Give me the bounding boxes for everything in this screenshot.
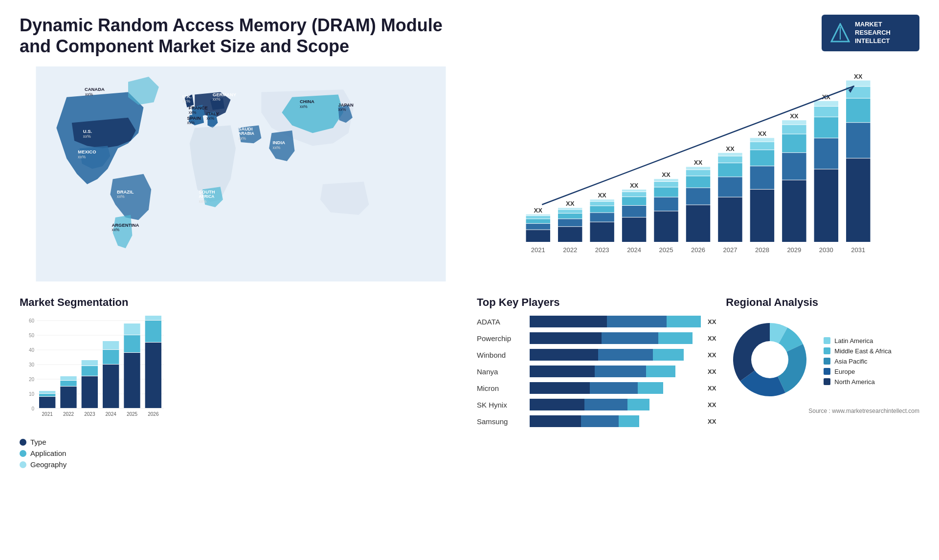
svg-text:XX: XX bbox=[662, 172, 671, 179]
svg-rect-133 bbox=[60, 387, 76, 408]
svg-rect-99 bbox=[814, 170, 838, 242]
svg-rect-74 bbox=[686, 170, 710, 176]
svg-text:xx%: xx% bbox=[206, 116, 214, 121]
svg-rect-43 bbox=[558, 227, 582, 242]
svg-rect-78 bbox=[718, 197, 742, 242]
player-bar bbox=[530, 415, 701, 427]
svg-rect-58 bbox=[622, 206, 646, 217]
svg-rect-88 bbox=[750, 142, 774, 150]
player-bar bbox=[530, 366, 701, 377]
svg-rect-73 bbox=[686, 176, 710, 188]
page-header: Dynamic Random Access Memory (DRAM) Modu… bbox=[20, 15, 919, 57]
players-title: Top Key Players bbox=[477, 296, 716, 309]
svg-rect-135 bbox=[60, 376, 76, 380]
svg-rect-93 bbox=[782, 153, 806, 180]
source-text: Source : www.marketresearchintellect.com bbox=[726, 408, 919, 414]
player-xx-label: XX bbox=[708, 318, 716, 325]
svg-rect-44 bbox=[558, 219, 582, 227]
svg-rect-134 bbox=[60, 381, 76, 386]
svg-rect-67 bbox=[654, 182, 678, 187]
svg-rect-95 bbox=[782, 125, 806, 134]
svg-rect-96 bbox=[782, 120, 806, 125]
player-xx-label: XX bbox=[708, 368, 716, 375]
svg-rect-151 bbox=[145, 316, 161, 320]
svg-rect-150 bbox=[145, 321, 161, 342]
regional-legend-item: North America bbox=[824, 378, 891, 386]
svg-rect-66 bbox=[654, 188, 678, 197]
svg-text:MEXICO: MEXICO bbox=[78, 149, 96, 154]
map-svg: CANADA xx% U.S. xx% MEXICO xx% BRAZIL xx… bbox=[20, 66, 462, 281]
world-map: CANADA xx% U.S. xx% MEXICO xx% BRAZIL xx… bbox=[20, 66, 462, 281]
svg-text:XX: XX bbox=[598, 192, 606, 199]
svg-text:0: 0 bbox=[31, 406, 34, 411]
svg-rect-71 bbox=[686, 205, 710, 242]
svg-rect-92 bbox=[782, 180, 806, 242]
svg-text:xx%: xx% bbox=[189, 110, 197, 115]
svg-rect-51 bbox=[590, 213, 614, 222]
svg-text:INDIA: INDIA bbox=[272, 140, 285, 146]
svg-rect-137 bbox=[82, 376, 98, 408]
svg-rect-68 bbox=[654, 179, 678, 182]
svg-text:XX: XX bbox=[726, 145, 735, 152]
svg-text:JAPAN: JAPAN bbox=[338, 102, 354, 108]
svg-text:XX: XX bbox=[630, 182, 639, 189]
svg-text:U.K.: U.K. bbox=[182, 94, 192, 99]
svg-rect-72 bbox=[686, 188, 710, 205]
logo-text: MARKET RESEARCH INTELLECT bbox=[855, 21, 891, 45]
svg-rect-37 bbox=[526, 224, 550, 230]
svg-rect-143 bbox=[103, 341, 119, 349]
players-list: ADATAXXPowerchipXXWinbondXXNanyaXXMicron… bbox=[477, 316, 716, 427]
growth-chart-section: XX2021XX2022XX2023XX2024XX2025XX2026XX20… bbox=[477, 66, 919, 281]
svg-text:2031: 2031 bbox=[851, 246, 865, 254]
logo-icon bbox=[830, 23, 850, 43]
svg-rect-36 bbox=[526, 230, 550, 242]
player-name: Winbond bbox=[477, 351, 526, 359]
player-bar bbox=[530, 332, 701, 344]
svg-rect-109 bbox=[846, 87, 870, 98]
svg-rect-108 bbox=[846, 99, 870, 123]
svg-text:10: 10 bbox=[29, 391, 35, 397]
svg-text:2021: 2021 bbox=[42, 411, 53, 417]
player-xx-label: XX bbox=[708, 385, 716, 392]
svg-text:xx%: xx% bbox=[85, 92, 93, 97]
page-title: Dynamic Random Access Memory (DRAM) Modu… bbox=[20, 15, 460, 57]
svg-rect-106 bbox=[846, 159, 870, 242]
player-name: ADATA bbox=[477, 318, 526, 326]
svg-rect-79 bbox=[718, 177, 742, 197]
svg-text:GERMANY: GERMANY bbox=[213, 92, 237, 97]
svg-text:CHINA: CHINA bbox=[300, 99, 314, 105]
svg-rect-101 bbox=[814, 117, 838, 138]
svg-text:FRANCE: FRANCE bbox=[189, 105, 208, 110]
player-row: MicronXX bbox=[477, 382, 716, 394]
svg-rect-47 bbox=[558, 208, 582, 210]
svg-text:ITALY: ITALY bbox=[206, 111, 219, 116]
svg-rect-145 bbox=[124, 353, 140, 408]
svg-text:XX: XX bbox=[854, 73, 863, 80]
svg-text:2024: 2024 bbox=[106, 411, 117, 417]
segmentation-chart: 0102030405060202120222023202420252026 bbox=[20, 316, 176, 433]
player-bar bbox=[530, 399, 701, 410]
svg-rect-141 bbox=[103, 365, 119, 408]
svg-rect-110 bbox=[846, 81, 870, 86]
map-section: CANADA xx% U.S. xx% MEXICO xx% BRAZIL xx… bbox=[20, 66, 462, 281]
svg-rect-59 bbox=[622, 197, 646, 206]
svg-text:60: 60 bbox=[29, 318, 35, 323]
svg-text:40: 40 bbox=[29, 347, 35, 353]
svg-text:xx%: xx% bbox=[199, 199, 207, 204]
svg-text:2025: 2025 bbox=[127, 411, 138, 417]
player-xx-label: XX bbox=[708, 401, 716, 409]
svg-text:20: 20 bbox=[29, 377, 35, 382]
logo: MARKET RESEARCH INTELLECT bbox=[822, 15, 919, 51]
svg-text:BRAZIL: BRAZIL bbox=[117, 189, 134, 194]
legend-item: Type bbox=[20, 438, 462, 446]
seg-legend: TypeApplicationGeography bbox=[20, 438, 462, 469]
player-xx-label: XX bbox=[708, 351, 716, 359]
segmentation-title: Market Segmentation bbox=[20, 296, 462, 309]
svg-rect-107 bbox=[846, 123, 870, 158]
svg-rect-130 bbox=[39, 394, 55, 396]
svg-text:xx%: xx% bbox=[117, 194, 125, 199]
player-xx-label: XX bbox=[708, 418, 716, 425]
svg-text:2026: 2026 bbox=[691, 246, 705, 254]
svg-rect-46 bbox=[558, 210, 582, 214]
player-name: Samsung bbox=[477, 417, 526, 426]
